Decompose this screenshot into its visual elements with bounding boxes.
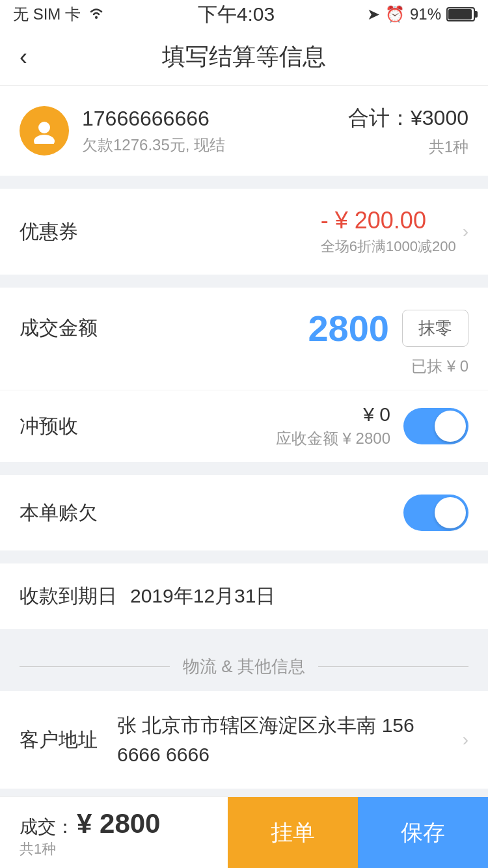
bottom-bar: 成交： ¥ 2800 共1种 挂单 保存: [0, 796, 488, 868]
total-amount: 合计：¥3000: [348, 104, 468, 133]
customer-left: 17666666666 欠款1276.35元, 现结: [20, 106, 225, 156]
wifi-icon: [87, 5, 105, 23]
nav-title: 填写结算等信息: [162, 41, 326, 73]
status-time: 下午4:03: [198, 1, 275, 28]
svg-point-1: [38, 122, 50, 133]
nav-bar: ‹ 填写结算等信息: [0, 29, 488, 86]
toggle-knob: [435, 411, 466, 442]
divider-line-right: [318, 666, 468, 667]
customer-info: 17666666666 欠款1276.35元, 现结: [82, 107, 225, 156]
duedate-row: 收款到期日 2019年12月31日: [0, 563, 488, 629]
total-count: 共1种: [348, 137, 468, 157]
amount-label: 成交金额: [20, 315, 98, 342]
amount-section: 成交金额 2800 抹零 已抹 ¥ 0 冲预收 ¥ 0 应收金额 ¥ 2800: [0, 288, 488, 462]
prepay-value: ¥ 0: [276, 403, 390, 426]
back-button[interactable]: ‹: [20, 44, 27, 71]
amount-sub: 已抹 ¥ 0: [0, 356, 488, 390]
coupon-amount: - ¥ 200.00: [321, 207, 456, 234]
divider-line-left: [20, 666, 170, 667]
content: 17666666666 欠款1276.35元, 现结 合计：¥3000 共1种 …: [0, 86, 488, 868]
bottom-summary: 成交： ¥ 2800 共1种: [0, 807, 228, 859]
battery-text: 91%: [410, 5, 441, 23]
status-left: 无 SIM 卡: [13, 4, 105, 25]
credit-row: 本单赊欠: [0, 475, 488, 550]
prepay-toggle[interactable]: [403, 408, 468, 444]
coupon-label: 优惠券: [20, 219, 78, 245]
svg-point-0: [95, 16, 98, 19]
coupon-row[interactable]: 优惠券 - ¥ 200.00 全场6折满1000减200 ›: [0, 189, 488, 275]
customer-sub: 欠款1276.35元, 现结: [82, 135, 225, 156]
round-button[interactable]: 抹零: [402, 310, 468, 347]
section-divider: 物流 & 其他信息: [0, 642, 488, 691]
chevron-right-icon: ›: [463, 221, 468, 242]
no-sim-text: 无 SIM 卡: [13, 4, 81, 25]
customer-right: 合计：¥3000 共1种: [348, 104, 468, 157]
duedate-value: 2019年12月31日: [130, 583, 275, 610]
credit-toggle[interactable]: [403, 495, 468, 531]
hang-button[interactable]: 挂单: [228, 797, 358, 868]
duedate-label: 收款到期日: [20, 583, 117, 610]
bottom-summary-label: 成交：: [20, 815, 74, 839]
address-row[interactable]: 客户地址 张 北京市市辖区海淀区永丰南 156 6666 6666 ›: [0, 691, 488, 789]
bottom-amount: ¥ 2800: [77, 808, 160, 839]
prepay-sub: 应收金额 ¥ 2800: [276, 428, 390, 449]
amount-value: 2800: [308, 307, 389, 349]
credit-label: 本单赊欠: [20, 500, 98, 526]
prepay-right: ¥ 0 应收金额 ¥ 2800: [276, 403, 468, 449]
bottom-buttons: 挂单 保存: [228, 797, 488, 868]
address-chevron-icon: ›: [463, 729, 468, 750]
avatar: [20, 106, 69, 156]
credit-toggle-knob: [435, 497, 466, 528]
status-bar: 无 SIM 卡 下午4:03 ➤ ⏰ 91%: [0, 0, 488, 29]
svg-point-2: [34, 135, 55, 144]
save-button[interactable]: 保存: [358, 797, 488, 868]
prepay-amount-block: ¥ 0 应收金额 ¥ 2800: [276, 403, 390, 449]
customer-card: 17666666666 欠款1276.35元, 现结 合计：¥3000 共1种: [0, 86, 488, 176]
prepay-row: 冲预收 ¥ 0 应收金额 ¥ 2800: [0, 390, 488, 462]
amount-row: 成交金额 2800 抹零: [0, 288, 488, 356]
customer-phone: 17666666666: [82, 107, 225, 131]
amount-right: 2800 抹零: [308, 307, 468, 349]
location-icon: ➤: [367, 5, 380, 23]
divider-text: 物流 & 其他信息: [183, 655, 305, 678]
battery-icon: [446, 7, 475, 21]
address-value: 张 北京市市辖区海淀区永丰南 156 6666 6666: [117, 711, 463, 769]
bottom-count: 共1种: [20, 839, 208, 859]
address-label: 客户地址: [20, 727, 98, 753]
coupon-desc: 全场6折满1000减200: [321, 237, 456, 256]
alarm-icon: ⏰: [385, 5, 405, 23]
status-right: ➤ ⏰ 91%: [367, 5, 475, 23]
prepay-label: 冲预收: [20, 413, 78, 440]
coupon-right: - ¥ 200.00 全场6折满1000减200 ›: [321, 207, 468, 256]
